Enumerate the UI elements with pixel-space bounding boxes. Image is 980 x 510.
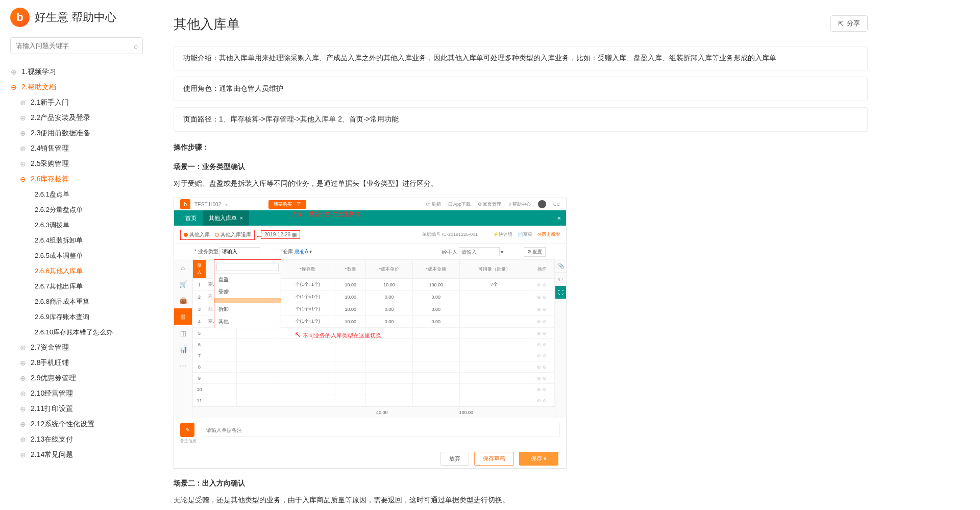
ss-biztype-input <box>219 247 260 256</box>
nav-label: 2.6.2分量盘点单 <box>35 205 83 214</box>
radio-on-icon <box>184 233 188 237</box>
ss-table-wrap: 盘盈 受赠 拆卸 其他 ↖ 不同业务的入库类型在这里切换 录入 商品 规格型号 … <box>192 259 555 418</box>
ss-sum-amt: 100.00 <box>445 410 487 415</box>
table-row: 8⊕ ⊖ <box>193 361 555 373</box>
nav-2-9[interactable]: ⊕2.9优惠券管理 <box>10 371 143 386</box>
nav-label: 2.6.3调拨单 <box>35 221 69 230</box>
nav-label: 2.6.10库存账本错了怎么办 <box>35 328 113 337</box>
ss-reg: ⚙ 账套管理 <box>478 201 502 208</box>
ss-footer: 放弃 保存草稿 保存 ▾ <box>174 449 566 468</box>
ss-save-btn: 保存 ▾ <box>519 452 558 466</box>
ss-toolbar: 其他入库 其他入库退库 2019-12-26 ▦ ← 入库、退货业务 在这里切换… <box>174 226 566 244</box>
ss-tb-hist: ◷历史新增 <box>537 231 560 238</box>
main-content: 其他入库单 ⇱ 分享 功能介绍：其他入库单用来处理除采购入库、产成品入库之外的其… <box>153 0 888 510</box>
nav-label: 2.8手机旺铺 <box>31 358 69 368</box>
ss-docno: 单据编号 IC-20191226-001 <box>422 231 478 238</box>
nav-2-5[interactable]: ⊕2.5采购管理 <box>10 156 143 172</box>
nav-2-6-8[interactable]: 2.6.8商品成本重算 <box>10 294 143 309</box>
path-text: 1、库存核算->库存管理->其他入库单 2、首页->常用功能 <box>219 115 399 123</box>
path-label: 页面路径： <box>183 115 219 123</box>
nav-2-6-4[interactable]: 2.6.4组装拆卸单 <box>10 233 143 248</box>
ss-tb-fast: ⚡快速填 <box>493 231 512 238</box>
radio-off-icon <box>215 233 219 237</box>
nav-2-8[interactable]: ⊕2.8手机旺铺 <box>10 355 143 371</box>
nav-2-1[interactable]: ⊕2.1新手入门 <box>10 95 143 110</box>
logo: b 好生意 帮助中心 <box>10 8 143 27</box>
plus-icon: ⊕ <box>19 421 27 428</box>
nav-2-6-10[interactable]: 2.6.10库存账本错了怎么办 <box>10 325 143 340</box>
ss-radio-return: 其他入库退库 <box>215 231 251 238</box>
nav-2-6-2[interactable]: 2.6.2分量盘点单 <box>10 202 143 217</box>
nav-label: 2.13在线支付 <box>31 435 73 444</box>
nav-label: 2.11打印设置 <box>31 404 73 414</box>
nav-2-3[interactable]: ⊕2.3使用前数据准备 <box>10 126 143 141</box>
ss-upgrade-btn: 我要购买一了 <box>268 200 306 209</box>
expand-icon: ⛶ <box>555 286 566 299</box>
ss-leftnav: ⌂ 🛒 👜 ⊞ ◫ 📊 ⋯ <box>174 259 192 418</box>
plus-icon: ⊕ <box>19 436 27 443</box>
box-icon: ⊞ <box>174 308 192 325</box>
intro-label: 功能介绍： <box>183 54 219 62</box>
nav-2-4[interactable]: ⊕2.4销售管理 <box>10 141 143 156</box>
nav-label: 2.1新手入门 <box>31 98 69 107</box>
nav-label: 2.2产品安装及登录 <box>31 113 90 123</box>
nav-2-10[interactable]: ⊕2.10经营管理 <box>10 386 143 401</box>
nav-2-2[interactable]: ⊕2.2产品安装及登录 <box>10 110 143 126</box>
table-row: 6⊕ ⊖ <box>193 339 555 350</box>
table-row: 11⊕ ⊖ <box>193 395 555 406</box>
th-stock: *库存数 <box>280 260 335 279</box>
nav-2-6-6[interactable]: 2.6.6其他入库单 <box>10 263 143 279</box>
plus-icon: ⊕ <box>19 451 27 458</box>
nav-2-14[interactable]: ⊕2.14常见问题 <box>10 447 143 463</box>
plus-icon: ⊕ <box>19 405 27 412</box>
ss-dd-opt: 其他 <box>214 315 281 328</box>
search-icon[interactable]: ⌕ <box>134 42 138 50</box>
page-title: 其他入库单 <box>174 15 240 33</box>
plus-icon: ⊕ <box>19 375 27 382</box>
ss-dd-search <box>216 263 279 271</box>
logo-icon: b <box>10 8 30 27</box>
ss-draft-btn: 保存草稿 <box>474 452 514 466</box>
steps-heading: 操作步骤： <box>174 143 868 152</box>
ss-remarks: ✎ 备注信息 <box>174 418 566 449</box>
plus-icon: ⊕ <box>19 114 27 122</box>
ss-dd-opt: 拆卸 <box>214 303 281 315</box>
nav-2-6-1[interactable]: 2.6.1盘点单 <box>10 187 143 202</box>
nav-label: 2.10经营管理 <box>31 389 73 398</box>
annotation-1: 入库、退货业务 在这里切换 <box>291 210 360 218</box>
ss-rightstrip: 📎 🏷 ⛶ <box>555 259 566 418</box>
ss-dd-opt-selected <box>214 298 281 303</box>
intro-text: 其他入库单用来处理除采购入库、产成品入库之外的其他入库业务，因此其他入库单可处理… <box>219 54 776 62</box>
nav-2-6-9[interactable]: 2.6.9库存账本查询 <box>10 309 143 325</box>
site-title: 好生意 帮助中心 <box>35 10 116 25</box>
nav-help-docs[interactable]: ⊖2.帮助文档 <box>10 80 143 95</box>
nav-2-6-5[interactable]: 2.6.5成本调整单 <box>10 248 143 263</box>
share-button[interactable]: ⇱ 分享 <box>830 15 868 32</box>
remark-label: 备注信息 <box>180 438 197 444</box>
nav-2-6-7[interactable]: 2.6.7其他出库单 <box>10 279 143 294</box>
arrow-icon: ↖ <box>295 330 301 339</box>
nav-label: 2.6.4组装拆卸单 <box>35 236 83 245</box>
ss-user: CC <box>553 202 560 207</box>
ss-wh-value: 总仓A <box>295 249 308 254</box>
wallet-icon: ◫ <box>174 325 192 341</box>
th-qty: *数量 <box>335 260 366 279</box>
nav-2-11[interactable]: ⊕2.11打印设置 <box>10 401 143 417</box>
ss-form-row: * 业务类型 *仓库 总仓A ▾ 经手人 ▾ ⚙ 配置 <box>174 244 566 259</box>
nav-2-6[interactable]: ⊖2.6库存核算 <box>10 172 143 187</box>
chevron-down-icon: ▾ <box>225 202 228 207</box>
nav-2-12[interactable]: ⊕2.12系统个性化设置 <box>10 417 143 432</box>
nav-label: 2.9优惠券管理 <box>31 374 76 383</box>
role-label: 使用角色： <box>183 84 219 92</box>
search-input[interactable] <box>10 37 143 54</box>
nav-video-learning[interactable]: ⊕1.视频学习 <box>10 64 143 80</box>
share-icon: ⇱ <box>838 20 844 28</box>
plus-icon: ⊕ <box>19 145 27 152</box>
nav-2-7[interactable]: ⊕2.7资金管理 <box>10 340 143 355</box>
plus-icon: ⊕ <box>19 390 27 397</box>
nav-2-13[interactable]: ⊕2.13在线支付 <box>10 432 143 447</box>
ss-tb-draft: 📄草稿 <box>518 231 532 238</box>
table-row: 10⊕ ⊖ <box>193 384 555 395</box>
nav-2-6-3[interactable]: 2.6.3调拨单 <box>10 217 143 233</box>
home-icon: ⌂ <box>174 259 192 276</box>
